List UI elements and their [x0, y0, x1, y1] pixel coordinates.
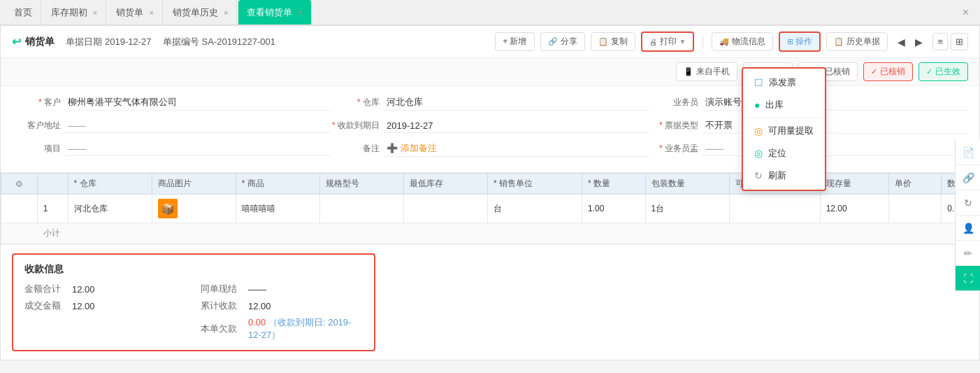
- dropdown-locate[interactable]: ◎ 定位: [743, 142, 825, 164]
- row-available: [729, 195, 820, 223]
- summary-balance-value: 0.00 （收款到期日: 2019-12-27）: [248, 316, 363, 342]
- print-btn[interactable]: 🖨 打印 ▼: [641, 31, 695, 52]
- doc-title: ↩ 销货单: [12, 35, 55, 48]
- summary-cumulative-label: 累计收款: [201, 300, 243, 312]
- col-seq: [37, 174, 68, 195]
- right-icon-panel: 📄 🔗 ↻ 👤 ✏ ⛶: [955, 140, 980, 291]
- out-warehouse-label: 出库: [765, 99, 784, 111]
- copy-btn[interactable]: 📋 复制: [591, 32, 635, 51]
- col-pack-qty: 包装数量: [645, 174, 729, 195]
- summary-cumulative-value: 12.00: [248, 301, 271, 311]
- toolbar-nav: ◀ ▶: [893, 34, 927, 50]
- right-edit-btn[interactable]: ✏: [956, 241, 980, 266]
- tab-sales-order[interactable]: 销货单 ×: [108, 0, 162, 24]
- row-image: 📦: [152, 195, 236, 223]
- operation-btn[interactable]: ⊞ 操作: [779, 31, 821, 52]
- dropdown-out-warehouse[interactable]: ● 出库: [743, 94, 825, 116]
- out-warehouse-icon: ●: [754, 99, 760, 111]
- prev-btn[interactable]: ◀: [893, 34, 909, 50]
- refresh-label: 刷新: [768, 169, 786, 182]
- summary-transaction-row: 成交金额 12.00: [24, 300, 187, 312]
- right-refresh-btn[interactable]: ↻: [956, 190, 980, 216]
- tab-view-sales[interactable]: 查看销货单 ×: [238, 0, 311, 24]
- staff2-label: 业务员盂: [649, 143, 698, 155]
- row-min-stock: [403, 195, 487, 223]
- new-btn[interactable]: + 新增: [495, 32, 534, 51]
- project-value[interactable]: ——: [65, 142, 331, 156]
- phone-btn[interactable]: 📱 来自手机: [676, 62, 737, 81]
- add-invoice-icon: ☐: [754, 77, 763, 88]
- project-label: 项目: [12, 143, 61, 155]
- summary-transaction-value: 12.00: [72, 301, 95, 311]
- tab-inventory-open-label: 库存期初: [51, 6, 87, 19]
- product-table-wrapper: ⚙ * 仓库 商品图片 * 商品 规格型号 最低库存 * 销售单位 * 数量 包…: [1, 173, 979, 245]
- dropdown-refresh[interactable]: ↻ 刷新: [743, 164, 825, 187]
- second-bar: 📱 来自手机 未开票 ✓ 已核销 ✓ 已核销 ✓ 已生效: [1, 58, 979, 86]
- row-pack-qty: 1台: [645, 195, 729, 223]
- right-expand-btn[interactable]: ⛶: [956, 266, 980, 291]
- dropdown-add-invoice[interactable]: ☐ 添发票: [743, 71, 825, 94]
- doc-icon: ↩: [12, 35, 21, 48]
- subtotal-row: 小计: [1, 223, 979, 244]
- doc-meta: 单据日期 2019-12-27 单据编号 SA-20191227-001: [66, 36, 275, 48]
- cancelled-tag: ✓ 已核销: [863, 62, 913, 81]
- layout-list-btn[interactable]: ≡: [932, 33, 948, 50]
- summary-total-value: 12.00: [72, 284, 95, 295]
- toolbar: + 新增 🔗 分享 📋 复制 🖨 打印 ▼ 🚚 物: [495, 31, 968, 52]
- col-stock: 现存量: [820, 174, 888, 195]
- tab-view-sales-close[interactable]: ×: [298, 8, 302, 17]
- subtotal-label: 小计: [1, 223, 979, 244]
- note-add-btn[interactable]: ➕ 添加备注: [384, 141, 649, 157]
- customer-value[interactable]: 柳州粤港平安气体有限公司: [65, 94, 331, 111]
- tab-inventory-open-close[interactable]: ×: [93, 8, 97, 17]
- add-invoice-label: 添发票: [769, 76, 796, 89]
- summary-cumulative-row: 累计收款 12.00: [201, 300, 363, 312]
- col-image: 商品图片: [152, 174, 236, 195]
- layout-grid-btn[interactable]: ⊞: [951, 33, 968, 50]
- right-user-btn[interactable]: 👤: [956, 216, 980, 241]
- window-close-btn[interactable]: ×: [957, 6, 974, 18]
- tab-inventory-open[interactable]: 库存期初 ×: [43, 0, 106, 24]
- share-btn[interactable]: 🔗 分享: [540, 32, 585, 51]
- note-label: 备注: [331, 143, 380, 155]
- logistics-btn[interactable]: 🚚 物流信息: [712, 32, 773, 51]
- right-link-btn[interactable]: 🔗: [956, 165, 980, 190]
- right-file-btn[interactable]: 📄: [956, 140, 980, 165]
- doc-no-label: 单据编号 SA-20191227-001: [163, 36, 276, 48]
- col-unit: * 销售单位: [488, 174, 582, 195]
- tab-sales-history[interactable]: 销货单历史 ×: [164, 0, 237, 24]
- tab-home[interactable]: 首页: [6, 0, 41, 24]
- dropdown-divider: [743, 118, 825, 118]
- history-btn[interactable]: 📋 历史单据: [826, 32, 888, 51]
- doc-date-value: 2019-12-27: [105, 36, 152, 47]
- table-row: 1 河北仓库 📦 嘻嘻嘻嘻 台 1.00 1台 12.00: [1, 195, 979, 223]
- project-field: 项目 ——: [12, 142, 331, 156]
- col-gear[interactable]: ⚙: [1, 174, 38, 195]
- row-warehouse: 河北仓库: [68, 195, 152, 223]
- col-spec: 规格型号: [319, 174, 403, 195]
- doc-header: ↩ 销货单 单据日期 2019-12-27 单据编号 SA-20191227-0…: [1, 26, 979, 58]
- address-value[interactable]: ——: [65, 119, 331, 133]
- summary-balance-row: 本单欠款 0.00 （收款到期日: 2019-12-27）: [201, 316, 363, 342]
- tab-view-sales-label: 查看销货单: [247, 6, 292, 19]
- tab-sales-order-close[interactable]: ×: [149, 8, 153, 17]
- effective-tag: ✓ 已生效: [918, 62, 968, 81]
- summary-box: 收款信息 金额合计 12.00 同单现结 —— 成交金额 12.00 累计收款 …: [12, 253, 375, 351]
- address-label: 客户地址: [12, 120, 61, 132]
- warehouse-label: 仓库: [331, 97, 380, 108]
- locate-label: 定位: [768, 147, 786, 160]
- form-area: 客户 柳州粤港平安气体有限公司 仓库 河北仓库 业务员 演示账号: [1, 86, 979, 173]
- next-btn[interactable]: ▶: [911, 34, 927, 50]
- warehouse-value[interactable]: 河北仓库: [384, 94, 649, 111]
- tab-sales-history-close[interactable]: ×: [224, 8, 228, 17]
- summary-settlement-row: 同单现结 ——: [201, 283, 363, 295]
- dropdown-available-qty[interactable]: ◎ 可用量提取: [743, 120, 825, 142]
- due-date-value[interactable]: 2019-12-27: [384, 119, 649, 133]
- doc-date-label: 单据日期 2019-12-27: [66, 36, 152, 48]
- row-unit: 台: [488, 195, 582, 223]
- note-field: 备注 ➕ 添加备注: [331, 141, 649, 157]
- locate-icon: ◎: [754, 148, 763, 159]
- doc-title-text: 销货单: [25, 36, 55, 48]
- available-qty-icon: ◎: [754, 125, 763, 136]
- tab-home-label: 首页: [14, 6, 32, 19]
